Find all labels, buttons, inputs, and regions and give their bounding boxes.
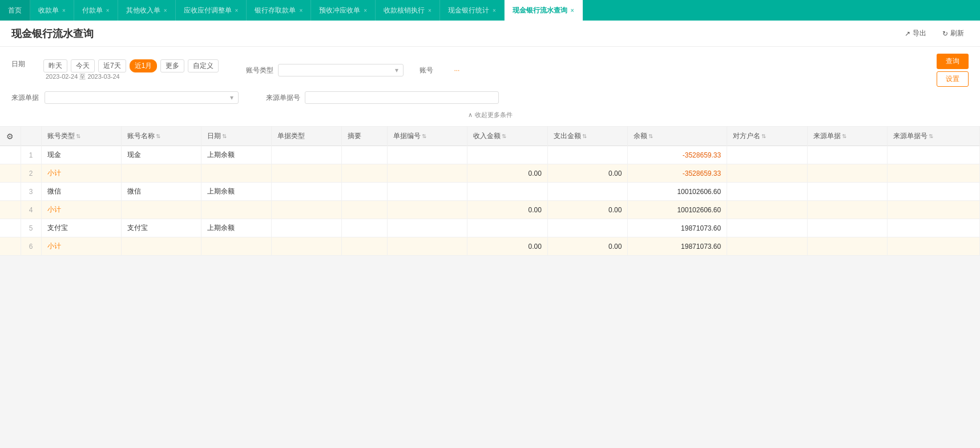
nav-item-bank-deposit[interactable]: 银行存取款单× <box>247 0 311 21</box>
date-option-今天[interactable]: 今天 <box>71 59 95 72</box>
nav-item-cash-bank-stat[interactable]: 现金银行统计× <box>440 0 505 21</box>
date-option-昨天[interactable]: 昨天 <box>43 59 67 72</box>
cell-date-4 <box>201 201 272 219</box>
refresh-button[interactable]: ↻ 刷新 <box>938 26 969 41</box>
nav-item-payment[interactable]: 付款单× <box>74 0 118 21</box>
date-range-display: 2023-02-24 至 2023-03-24 <box>46 72 219 81</box>
sort-icon: ⇅ <box>929 133 933 139</box>
nav-item-receipt-verify[interactable]: 收款核销执行× <box>376 0 440 21</box>
cell-summary-2 <box>341 164 387 183</box>
date-option-自定义[interactable]: 自定义 <box>188 59 219 72</box>
cell-doc_no-5 <box>387 219 467 237</box>
account-type-select[interactable]: ▾ <box>278 64 404 76</box>
col-header-expense[interactable]: 支出金额⇅ <box>547 127 627 146</box>
cell-doc_type-4 <box>272 201 342 219</box>
close-icon-prepay-offset[interactable]: × <box>364 7 367 14</box>
cell-source_doc-1 <box>807 146 887 164</box>
sort-icon: ⇅ <box>222 133 227 139</box>
settings-button[interactable]: 设置 <box>937 71 969 87</box>
close-icon-cash-bank-flow[interactable]: × <box>571 7 574 14</box>
account-dots-button[interactable]: ··· <box>451 66 462 74</box>
cell-income-6: 0.00 <box>467 237 547 256</box>
cell-balance-1: -3528659.33 <box>628 146 727 164</box>
export-button[interactable]: ↗ 导出 <box>900 26 931 41</box>
close-icon-ar-ap-adjust[interactable]: × <box>235 7 239 14</box>
gear-icon[interactable]: ⚙ <box>6 132 14 141</box>
cell-source_doc-4 <box>807 201 887 219</box>
cell-date-6 <box>201 237 272 256</box>
row-num-1: 1 <box>21 146 41 164</box>
flow-table: ⚙账号类型⇅账号名称⇅日期⇅单据类型摘要单据编号⇅收入金额⇅支出金额⇅余额⇅对方… <box>0 127 980 256</box>
cell-expense-1 <box>547 146 627 164</box>
cell-doc_type-3 <box>272 183 342 201</box>
cell-doc_no-3 <box>387 183 467 201</box>
account-type-label: 账号类型 <box>246 66 275 75</box>
cell-source_doc_no-5 <box>888 219 980 237</box>
cell-expense-3 <box>547 183 627 201</box>
cell-account_type-6: 小计 <box>41 237 121 256</box>
chevron-down-icon-2: ▾ <box>230 94 233 102</box>
nav-item-other-income[interactable]: 其他收入单× <box>118 0 176 21</box>
sort-icon: ⇅ <box>502 133 506 139</box>
close-icon-bank-deposit[interactable]: × <box>299 7 303 14</box>
source-doc-no-input[interactable] <box>305 91 499 104</box>
cell-expense-4: 0.00 <box>547 201 627 219</box>
col-header-account_type[interactable]: 账号类型⇅ <box>41 127 121 146</box>
cell-balance-4: 100102606.60 <box>628 201 727 219</box>
filter-row-source: 来源单据 ▾ 来源单据号 <box>11 91 969 104</box>
col-header-summary: 摘要 <box>341 127 387 146</box>
col-header-date[interactable]: 日期⇅ <box>201 127 272 146</box>
col-header-balance[interactable]: 余额⇅ <box>628 127 727 146</box>
cell-summary-5 <box>341 219 387 237</box>
cell-date-1: 上期余额 <box>201 146 272 164</box>
cell-source_doc-3 <box>807 183 887 201</box>
nav-item-ar-ap-adjust[interactable]: 应收应付调整单× <box>176 0 247 21</box>
date-option-近1月[interactable]: 近1月 <box>130 59 158 72</box>
collapse-bar[interactable]: ∧ 收起更多条件 <box>11 108 969 122</box>
row-settings-6 <box>0 237 21 256</box>
nav-item-cash-bank-flow[interactable]: 现金银行流水查询× <box>505 0 583 21</box>
date-option-更多[interactable]: 更多 <box>160 59 184 72</box>
close-icon-other-income[interactable]: × <box>164 7 167 14</box>
cell-source_doc-2 <box>807 164 887 183</box>
query-button[interactable]: 查询 <box>937 54 969 69</box>
page-title: 现金银行流水查询 <box>11 27 94 41</box>
table-row: 6小计0.000.0019871073.60 <box>0 237 980 256</box>
sort-icon: ⇅ <box>842 133 846 139</box>
col-header-source_doc_no[interactable]: 来源单据号⇅ <box>888 127 980 146</box>
source-doc-select[interactable]: ▾ <box>45 91 239 104</box>
cell-expense-6: 0.00 <box>547 237 627 256</box>
cell-source_doc_no-1 <box>888 146 980 164</box>
row-settings-3 <box>0 183 21 201</box>
close-icon-cash-bank-stat[interactable]: × <box>493 7 496 14</box>
sort-icon: ⇅ <box>648 133 653 139</box>
nav-item-receipt[interactable]: 收款单× <box>30 0 74 21</box>
top-navigation: 首页收款单×付款单×其他收入单×应收应付调整单×银行存取款单×预收冲应收单×收款… <box>0 0 980 21</box>
col-header-doc_type: 单据类型 <box>272 127 342 146</box>
account-label: 账号 <box>420 66 448 75</box>
data-table-container: ⚙账号类型⇅账号名称⇅日期⇅单据类型摘要单据编号⇅收入金额⇅支出金额⇅余额⇅对方… <box>0 127 980 256</box>
page-header: 现金银行流水查询 ↗ 导出 ↻ 刷新 <box>0 21 980 47</box>
cell-date-3: 上期余额 <box>201 183 272 201</box>
col-header-source_doc[interactable]: 来源单据⇅ <box>807 127 887 146</box>
close-icon-receipt[interactable]: × <box>62 7 66 14</box>
close-icon-payment[interactable]: × <box>106 7 110 14</box>
header-actions: ↗ 导出 ↻ 刷新 <box>900 26 969 41</box>
cell-doc_type-6 <box>272 237 342 256</box>
cell-account_name-1: 现金 <box>121 146 201 164</box>
col-header-counterpart[interactable]: 对方户名⇅ <box>727 127 807 146</box>
col-header-account_name[interactable]: 账号名称⇅ <box>121 127 201 146</box>
cell-summary-3 <box>341 183 387 201</box>
nav-item-home[interactable]: 首页 <box>0 0 30 21</box>
row-num-4: 4 <box>21 201 41 219</box>
cell-account_name-5: 支付宝 <box>121 219 201 237</box>
cell-account_type-1: 现金 <box>41 146 121 164</box>
cell-source_doc_no-6 <box>888 237 980 256</box>
close-icon-receipt-verify[interactable]: × <box>428 7 431 14</box>
col-header-doc_no[interactable]: 单据编号⇅ <box>387 127 467 146</box>
cell-account_name-2 <box>121 164 201 183</box>
col-header-income[interactable]: 收入金额⇅ <box>467 127 547 146</box>
cell-income-5 <box>467 219 547 237</box>
nav-item-prepay-offset[interactable]: 预收冲应收单× <box>311 0 376 21</box>
date-option-近7天[interactable]: 近7天 <box>98 59 126 72</box>
